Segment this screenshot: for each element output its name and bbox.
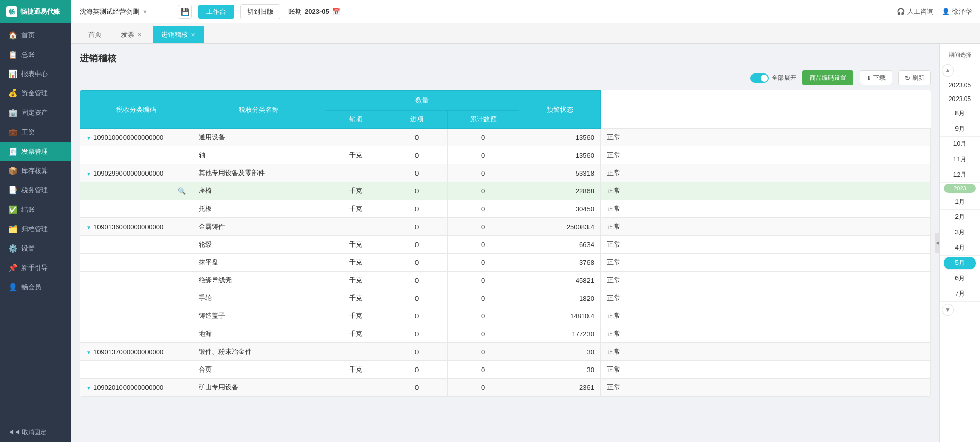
app-logo: 畅 畅捷通易代账: [0, 0, 71, 23]
cell-cumulative: 177230: [519, 325, 601, 343]
toggle-track[interactable]: [750, 73, 769, 83]
sidebar-item-archive[interactable]: 🗂️ 归档管理: [0, 219, 71, 239]
cell-code: 🔍: [80, 182, 192, 200]
table-row: ▼1090100000000000000通用设备0013560正常: [80, 129, 931, 146]
settle-icon: ✅: [8, 205, 17, 214]
period-3[interactable]: 3月: [940, 225, 980, 240]
cell-code: [80, 146, 192, 164]
download-button[interactable]: ⬇ 下载: [860, 70, 892, 85]
tab-invoice-close[interactable]: ✕: [137, 32, 142, 38]
cell-cumulative: 53318: [519, 164, 601, 182]
cell-unit: 千克: [325, 146, 386, 164]
sidebar-item-ledger[interactable]: 📋 总账: [0, 45, 71, 64]
table-row: ▼1090299000000000000其他专用设备及零部件0053318正常: [80, 164, 931, 182]
toggle-label: 全部展开: [772, 73, 796, 82]
period-5[interactable]: 5月: [944, 257, 976, 270]
sidebar-item-settings[interactable]: ⚙️ 设置: [0, 239, 71, 258]
period-4[interactable]: 4月: [940, 240, 980, 256]
cell-name: 通用设备: [192, 129, 325, 146]
tab-home[interactable]: 首页: [80, 26, 110, 43]
sidebar-item-inventory[interactable]: 📦 库存核算: [0, 161, 71, 181]
period-7[interactable]: 7月: [940, 286, 980, 302]
cell-cumulative: 3768: [519, 254, 601, 272]
cell-sales: 0: [386, 182, 448, 200]
sidebar-unpin[interactable]: ◀◀ 取消固定: [0, 423, 71, 442]
cell-sales: 0: [386, 272, 448, 289]
cell-purchase: 0: [448, 272, 519, 289]
period-6[interactable]: 6月: [940, 271, 980, 286]
cell-warning: 正常: [601, 343, 931, 361]
sidebar-item-salary[interactable]: 💼 工资: [0, 122, 71, 142]
help-item[interactable]: 🎧 人工咨询: [897, 7, 934, 16]
period-2[interactable]: 2月: [940, 210, 980, 225]
period-12[interactable]: 12月: [940, 167, 980, 183]
period-8[interactable]: 8月: [940, 106, 980, 121]
save-button[interactable]: 💾: [178, 5, 192, 19]
switch-version-button[interactable]: 切到旧版: [240, 4, 280, 19]
sidebar-item-assets[interactable]: 🏢 固定资产: [0, 103, 71, 122]
sidebar-item-member[interactable]: 👤 畅会员: [0, 278, 71, 297]
cell-unit: 千克: [325, 361, 386, 379]
cell-cumulative: 14810.4: [519, 307, 601, 325]
calendar-icon[interactable]: 📅: [332, 8, 340, 15]
period-2023-05-second[interactable]: 2023.05: [940, 92, 980, 106]
sidebar-item-home[interactable]: 🏠 首页: [0, 26, 71, 45]
topbar: 沈海英测试经营勿删 ▼ 💾 工作台 切到旧版 账期 2023-05 📅 🎧 人工…: [71, 0, 980, 23]
cell-purchase: 0: [448, 164, 519, 182]
tab-reconcile[interactable]: 进销稽核 ✕: [153, 26, 204, 43]
cell-unit: 千克: [325, 200, 386, 218]
cell-sales: 0: [386, 379, 448, 397]
sidebar-item-report[interactable]: 📊 报表中心: [0, 64, 71, 84]
scroll-down-button[interactable]: ▼: [942, 304, 954, 316]
right-panel: ◀ 期间选择 ▲ 2023.05 2023.05 8月 9月 10月 11月 1…: [939, 44, 980, 442]
cell-code: ▼1090137000000000000: [80, 343, 192, 361]
period-10[interactable]: 10月: [940, 137, 980, 152]
sidebar-item-tax[interactable]: 📑 税务管理: [0, 181, 71, 200]
cell-code: [80, 236, 192, 254]
sidebar-footer-label: ◀◀ 取消固定: [8, 428, 46, 437]
user-avatar-icon: 👤: [942, 8, 950, 15]
scroll-up-button[interactable]: ▲: [942, 64, 954, 77]
cell-code: ▼1090136000000000000: [80, 218, 192, 236]
period-11[interactable]: 11月: [940, 152, 980, 167]
assets-icon: 🏢: [8, 108, 17, 117]
expand-all-toggle[interactable]: 全部展开: [750, 73, 796, 83]
cell-unit: [325, 218, 386, 236]
period-months-list: ▲ 2023.05 2023.05 8月 9月 10月 11月 12月 2023…: [940, 62, 980, 442]
cell-cumulative: 13560: [519, 129, 601, 146]
sidebar-item-invoice[interactable]: 🧾 发票管理: [0, 142, 71, 161]
cell-sales: 0: [386, 343, 448, 361]
cell-name: 铸造盖子: [192, 307, 325, 325]
page-title: 进销稽核: [80, 52, 931, 64]
col-warning-header: 预警状态: [519, 91, 601, 129]
tab-reconcile-close[interactable]: ✕: [191, 32, 195, 38]
ledger-icon: 📋: [8, 50, 17, 59]
cell-purchase: 0: [448, 146, 519, 164]
tab-invoice[interactable]: 发票 ✕: [112, 26, 151, 43]
period-display: 账期 2023-05 📅: [288, 7, 340, 16]
cell-sales: 0: [386, 254, 448, 272]
table-row: ▼1090201000000000000矿山专用设备002361正常: [80, 379, 931, 397]
cell-cumulative: 30450: [519, 200, 601, 218]
period-9[interactable]: 9月: [940, 121, 980, 137]
period-1[interactable]: 1月: [940, 194, 980, 210]
cell-purchase: 0: [448, 254, 519, 272]
toolbar-row: 全部展开 商品编码设置 ⬇ 下载 ↻ 刷新: [80, 70, 931, 85]
download-icon: ⬇: [866, 75, 871, 82]
col-name-header: 税收分类名称: [192, 91, 325, 129]
sidebar-item-capital[interactable]: 💰 资金管理: [0, 84, 71, 103]
user-item[interactable]: 👤 徐泽华: [942, 7, 972, 16]
refresh-button[interactable]: ↻ 刷新: [898, 70, 931, 85]
search-icon[interactable]: 🔍: [178, 187, 186, 195]
sidebar-item-label: 工资: [21, 128, 35, 137]
year-2023-label[interactable]: 2023: [944, 184, 976, 193]
workbench-button[interactable]: 工作台: [198, 5, 234, 19]
sidebar-item-settle[interactable]: ✅ 结账: [0, 200, 71, 219]
cell-sales: 0: [386, 361, 448, 379]
help-label: 人工咨询: [907, 7, 934, 16]
period-2023-05-first[interactable]: 2023.05: [940, 79, 980, 92]
panel-toggle-button[interactable]: ◀: [935, 233, 940, 253]
setting-button[interactable]: 商品编码设置: [802, 70, 853, 85]
sidebar-item-guide[interactable]: 📌 新手引导: [0, 258, 71, 278]
company-selector[interactable]: 沈海英测试经营勿删 ▼: [80, 7, 172, 16]
